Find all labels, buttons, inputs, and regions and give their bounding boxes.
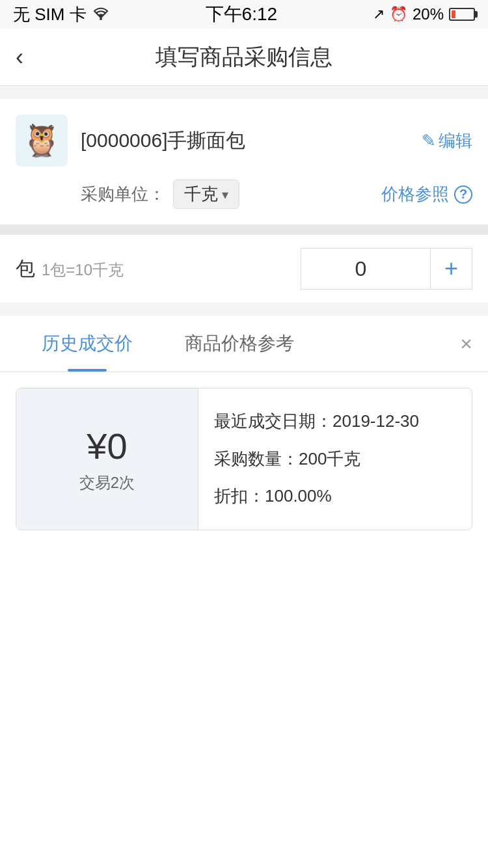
price-trade-count: 交易2次 (79, 472, 135, 493)
quantity-input-group: + (301, 248, 472, 290)
quantity-row: 包 1包=10千克 + (0, 235, 488, 303)
product-card: 🦉 [0000006]手撕面包 ✎ 编辑 采购单位： 千克 ▾ 价格参照 ? (0, 99, 488, 224)
nav-bar: ‹ 填写商品采购信息 (0, 29, 488, 86)
owl-icon: 🦉 (22, 122, 61, 159)
discount-value: 100.00% (265, 486, 332, 506)
price-discount-row: 折扣：100.00% (214, 483, 456, 510)
status-left: 无 SIM 卡 (13, 3, 110, 26)
price-card-right: 最近成交日期：2019-12-30 采购数量：200千克 折扣：100.00% (198, 388, 472, 530)
recent-date-label: 最近成交日期： (214, 411, 332, 431)
wifi-icon (92, 5, 110, 25)
status-bar: 无 SIM 卡 下午6:12 ↗ ⏰ 20% (0, 0, 488, 29)
price-currency: ¥ (87, 426, 107, 467)
edit-label: 编辑 (439, 129, 472, 152)
svg-point-0 (100, 18, 102, 20)
tabs-header: 历史成交价 商品价格参考 × (0, 316, 488, 372)
edit-button[interactable]: ✎ 编辑 (422, 129, 472, 152)
product-header: 🦉 [0000006]手撕面包 ✎ 编辑 (16, 115, 472, 167)
unit-label: 采购单位： (81, 183, 165, 206)
quantity-input[interactable] (301, 248, 431, 290)
location-icon: ↗ (373, 6, 385, 23)
product-icon: 🦉 (16, 115, 68, 167)
tab-close-button[interactable]: × (460, 332, 472, 356)
price-quantity-row: 采购数量：200千克 (214, 446, 456, 473)
price-ref-button[interactable]: 价格参照 ? (381, 183, 472, 206)
unit-value: 千克 (184, 183, 218, 206)
recent-date-value: 2019-12-30 (332, 411, 419, 431)
page-title: 填写商品采购信息 (156, 42, 332, 72)
product-info: 🦉 [0000006]手撕面包 (16, 115, 245, 167)
product-name: [0000006]手撕面包 (81, 128, 245, 154)
price-ref-icon: ? (454, 185, 472, 204)
tab-reference[interactable]: 商品价格参考 (159, 316, 320, 372)
status-right: ↗ ⏰ 20% (373, 5, 475, 23)
quantity-value: 200千克 (299, 449, 360, 468)
tabs-section: 历史成交价 商品价格参考 × ¥0 交易2次 最近成交日期：2019-12-30… (0, 316, 488, 546)
unit-dropdown-arrow: ▾ (222, 187, 228, 202)
alarm-icon: ⏰ (390, 6, 407, 23)
status-time: 下午6:12 (206, 2, 278, 27)
price-card-left: ¥0 交易2次 (16, 388, 198, 530)
carrier-text: 无 SIM 卡 (13, 3, 87, 26)
section-divider (0, 224, 488, 235)
main-content (0, 546, 488, 868)
unit-select[interactable]: 千克 ▾ (173, 180, 239, 209)
price-value: 0 (107, 426, 128, 467)
battery-percent: 20% (413, 5, 444, 23)
tab-history[interactable]: 历史成交价 (16, 316, 159, 372)
price-ref-label: 价格参照 (381, 183, 449, 206)
quantity-label: 采购数量： (214, 449, 299, 468)
product-unit-row: 采购单位： 千克 ▾ 价格参照 ? (16, 180, 472, 209)
price-recent-date-row: 最近成交日期：2019-12-30 (214, 408, 456, 435)
back-button[interactable]: ‹ (16, 44, 23, 71)
price-amount: ¥0 (87, 425, 127, 467)
discount-label: 折扣： (214, 486, 265, 506)
quantity-conversion: 1包=10千克 (42, 260, 124, 280)
quantity-unit: 包 (16, 256, 35, 282)
quantity-plus-button[interactable]: + (431, 248, 472, 290)
price-card: ¥0 交易2次 最近成交日期：2019-12-30 采购数量：200千克 折扣：… (16, 388, 472, 530)
edit-icon: ✎ (422, 131, 436, 151)
quantity-label-group: 包 1包=10千克 (16, 256, 124, 282)
price-card-section: ¥0 交易2次 最近成交日期：2019-12-30 采购数量：200千克 折扣：… (0, 372, 488, 546)
battery-icon (449, 8, 475, 21)
